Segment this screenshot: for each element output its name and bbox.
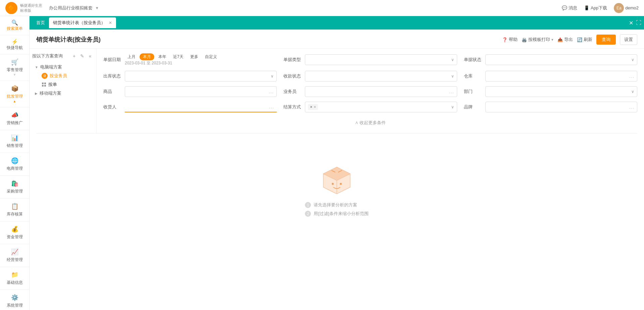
tab-window-close-icon[interactable]: ✕ bbox=[629, 20, 633, 26]
tab-close-icon[interactable]: ✕ bbox=[109, 20, 112, 25]
settlement-clear-button[interactable]: × bbox=[314, 105, 316, 109]
sidebar-item-label: 资金管理 bbox=[7, 234, 23, 240]
logo-text: 畅捷通好生意 标准版 bbox=[20, 3, 42, 13]
filter-row-2: 出库状态 ∨ 收款状态 ∨ bbox=[103, 71, 637, 82]
inventory-icon: 📋 bbox=[11, 203, 18, 210]
date-tab-custom[interactable]: 自定义 bbox=[202, 53, 220, 60]
doc-status-chevron-icon: ∨ bbox=[631, 57, 634, 62]
goods-label: 商品 bbox=[103, 89, 122, 95]
marketing-icon: 📣 bbox=[11, 111, 18, 119]
sidebar-item-operations[interactable]: 📈 经营管理 bbox=[0, 244, 29, 267]
sidebar-item-purchase[interactable]: 🛍️ 采购管理 bbox=[0, 176, 29, 199]
refresh-icon: 🔄 bbox=[577, 37, 582, 42]
scheme-tree-mobile-group[interactable]: ▶ 移动端方案 bbox=[32, 89, 94, 98]
date-tab-this-month[interactable]: 本月 bbox=[140, 53, 154, 60]
settings-button[interactable]: 设置 bbox=[620, 34, 637, 45]
logo-area: 🔶 畅捷通好生意 标准版 办公用品行业模拟账套 ▾ bbox=[5, 2, 98, 14]
filter-field-salesperson: 业务员 … bbox=[283, 86, 457, 97]
sidebar-item-wholesale[interactable]: 📦 批发管理 ▲ bbox=[0, 81, 29, 107]
collapse-filters-button[interactable]: ∧ 收起更多条件 bbox=[103, 117, 637, 128]
user-profile-button[interactable]: Ea demo2 bbox=[614, 3, 639, 13]
filter-field-date: 单据日期 上月 本月 本年 近7天 更多 自定义 20 bbox=[103, 53, 277, 66]
brand-input[interactable]: … bbox=[485, 102, 637, 112]
sidebar-item-label: 经营管理 bbox=[7, 257, 23, 263]
empty-tips: 1 请先选择要分析的方案 2 用[过滤]条件来缩小分析范围 bbox=[305, 202, 368, 217]
wholesale-icon: 📦 bbox=[11, 85, 18, 92]
sidebar-item-basics[interactable]: 📁 基础信息 bbox=[0, 267, 29, 290]
doc-type-chevron-icon: ∨ bbox=[451, 57, 454, 62]
outbound-select[interactable]: ∨ bbox=[125, 71, 277, 82]
order-scheme-label: 按单 bbox=[48, 82, 57, 88]
date-tab-more[interactable]: 更多 bbox=[187, 53, 201, 60]
tab-home[interactable]: 首页 bbox=[32, 17, 49, 28]
template-print-button[interactable]: 🖨️ 按模板打印 ▾ bbox=[522, 37, 553, 43]
scheme-sub-salesperson[interactable]: 业 按业务员 bbox=[32, 71, 94, 80]
goods-input[interactable]: … bbox=[125, 86, 277, 97]
app-download-label: App下载 bbox=[591, 5, 607, 11]
date-tab-last-month[interactable]: 上月 bbox=[125, 53, 138, 60]
tip-1-number: 1 bbox=[305, 202, 311, 208]
consignee-input[interactable]: … bbox=[125, 102, 277, 112]
message-button[interactable]: 💬 消息 bbox=[562, 5, 577, 11]
salesperson-scheme-label: 按业务员 bbox=[50, 73, 67, 79]
sidebar-item-inventory[interactable]: 📋 库存核算 bbox=[0, 199, 29, 221]
mobile-group-label: 移动端方案 bbox=[40, 90, 61, 96]
page-header: 销货单统计表(按业务员) ❓ 帮助 🖨️ 按模板打印 ▾ 📤 导出 bbox=[30, 30, 644, 49]
scheme-sub-order[interactable]: 按单 bbox=[32, 80, 94, 89]
receipt-select[interactable]: ∨ bbox=[305, 71, 457, 82]
sidebar-item-label: 销售管理 bbox=[7, 143, 23, 149]
warehouse-input[interactable]: … bbox=[485, 71, 637, 82]
settlement-tag-value: × bbox=[310, 105, 312, 109]
department-select[interactable]: ∨ bbox=[485, 86, 637, 97]
template-print-dropdown-icon: ▾ bbox=[551, 38, 553, 42]
receipt-label: 收款状态 bbox=[283, 73, 302, 79]
settlement-chevron-icon: ∨ bbox=[451, 105, 454, 109]
sidebar-search[interactable]: 🔍 搜索菜单 bbox=[0, 16, 29, 35]
scheme-panel: 按以下方案查询 + ✎ « ▼ 电脑端方案 业 按业务员 bbox=[30, 49, 97, 133]
sidebar-item-sales[interactable]: 📊 销售管理 bbox=[0, 130, 29, 153]
settlement-select[interactable]: × × ∨ bbox=[305, 102, 457, 112]
svg-point-7 bbox=[332, 183, 334, 185]
home-tab-label: 首页 bbox=[36, 20, 45, 26]
app-download-button[interactable]: 📱 App下载 bbox=[584, 5, 607, 11]
refresh-button[interactable]: 🔄 刷新 bbox=[577, 37, 592, 43]
sidebar: 🔍 搜索菜单 ⚡ 快捷导航 🛒 零售管理 ▼ 📦 批发管理 ▲ 📣 营销推广 📊… bbox=[0, 16, 30, 310]
sidebar-item-ecommerce[interactable]: 🌐 电商管理 bbox=[0, 153, 29, 176]
filter-field-warehouse: 仓库 … bbox=[464, 71, 637, 82]
export-icon: 📤 bbox=[557, 37, 563, 42]
doc-status-select[interactable]: ∨ bbox=[485, 54, 637, 65]
filter-row-1: 单据日期 上月 本月 本年 近7天 更多 自定义 20 bbox=[103, 53, 637, 66]
sidebar-item-label: 基础信息 bbox=[7, 280, 23, 286]
refresh-label: 刷新 bbox=[584, 37, 592, 43]
filter-field-doc-status: 单据状态 ∨ bbox=[464, 54, 637, 65]
tab-window-maximize-icon[interactable]: ⛶ bbox=[636, 20, 641, 26]
svg-rect-0 bbox=[42, 83, 44, 84]
scheme-add-button[interactable]: + bbox=[71, 53, 77, 59]
tab-sales-report[interactable]: 销货单统计表（按业务员） ✕ bbox=[49, 17, 116, 28]
export-button[interactable]: 📤 导出 bbox=[557, 37, 573, 43]
help-button[interactable]: ❓ 帮助 bbox=[502, 37, 518, 43]
page-content: 销货单统计表(按业务员) ❓ 帮助 🖨️ 按模板打印 ▾ 📤 导出 bbox=[30, 30, 644, 310]
salesperson-input[interactable]: … bbox=[305, 86, 457, 97]
app-name-dropdown-icon[interactable]: ▾ bbox=[96, 5, 98, 10]
sidebar-quick-nav[interactable]: ⚡ 快捷导航 bbox=[0, 35, 29, 54]
date-tab-this-year[interactable]: 本年 bbox=[156, 53, 169, 60]
main-layout: 🔍 搜索菜单 ⚡ 快捷导航 🛒 零售管理 ▼ 📦 批发管理 ▲ 📣 营销推广 📊… bbox=[0, 16, 644, 310]
department-chevron-icon: ∨ bbox=[631, 89, 634, 94]
scheme-collapse-button[interactable]: « bbox=[87, 53, 94, 59]
settlement-tag: × × bbox=[308, 104, 318, 110]
pc-group-arrow-icon: ▼ bbox=[35, 65, 38, 69]
scheme-edit-button[interactable]: ✎ bbox=[79, 53, 86, 59]
date-tab-last7[interactable]: 近7天 bbox=[170, 53, 186, 60]
sidebar-item-system[interactable]: ⚙️ 系统管理 bbox=[0, 290, 29, 310]
mobile-group-arrow-icon: ▶ bbox=[35, 92, 38, 95]
query-label: 查询 bbox=[602, 37, 610, 43]
sidebar-item-marketing[interactable]: 📣 营销推广 bbox=[0, 107, 29, 130]
doc-type-select[interactable]: ∨ bbox=[305, 54, 457, 65]
sidebar-item-finance[interactable]: 💰 资金管理 bbox=[0, 221, 29, 244]
sidebar-item-retail[interactable]: 🛒 零售管理 ▼ bbox=[0, 54, 29, 81]
retail-icon: 🛒 bbox=[11, 58, 18, 66]
scheme-tree-pc-group[interactable]: ▼ 电脑端方案 bbox=[32, 63, 94, 71]
query-button[interactable]: 查询 bbox=[596, 35, 616, 45]
retail-expand-icon: ▼ bbox=[13, 73, 16, 76]
